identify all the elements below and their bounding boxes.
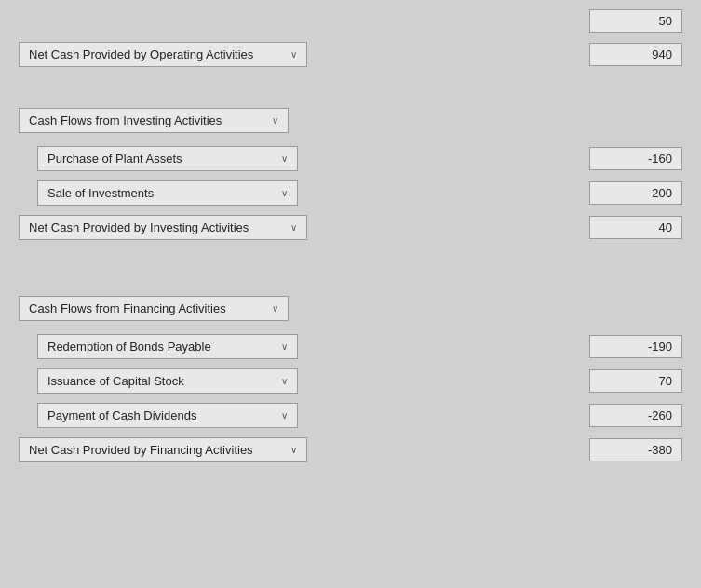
net-financing-value-box: -380 — [589, 438, 682, 461]
net-financing-chevron: ∨ — [290, 445, 297, 455]
net-operating-label: Net Cash Provided by Operating Activitie… — [29, 47, 253, 61]
payment-dividends-dropdown[interactable]: Payment of Cash Dividends ∨ — [37, 403, 298, 428]
payment-dividends-value-box: -260 — [589, 404, 682, 427]
issuance-capital-row: Issuance of Capital Stock ∨ 70 — [19, 368, 682, 394]
redemption-bonds-row: Redemption of Bonds Payable ∨ -190 — [19, 334, 682, 359]
net-investing-value-box: 40 — [589, 216, 682, 239]
issuance-capital-dropdown[interactable]: Issuance of Capital Stock ∨ — [37, 368, 298, 394]
sale-investments-label: Sale of Investments — [47, 186, 154, 200]
net-financing-value: -380 — [648, 443, 672, 457]
net-investing-label: Net Cash Provided by Investing Activitie… — [29, 220, 249, 234]
purchase-plant-row: Purchase of Plant Assets ∨ -160 — [19, 146, 682, 171]
net-investing-value: 40 — [659, 220, 672, 234]
net-financing-dropdown[interactable]: Net Cash Provided by Financing Activitie… — [19, 437, 307, 462]
payment-dividends-label: Payment of Cash Dividends — [47, 408, 196, 422]
investing-section-dropdown[interactable]: Cash Flows from Investing Activities ∨ — [19, 108, 289, 133]
top-value: 50 — [659, 14, 672, 28]
investing-section-row: Cash Flows from Investing Activities ∨ — [19, 108, 682, 133]
purchase-plant-dropdown[interactable]: Purchase of Plant Assets ∨ — [37, 146, 298, 171]
net-operating-row: Net Cash Provided by Operating Activitie… — [19, 42, 682, 67]
net-investing-chevron: ∨ — [290, 222, 297, 233]
issuance-capital-label: Issuance of Capital Stock — [47, 374, 184, 388]
payment-dividends-chevron: ∨ — [281, 410, 288, 421]
investing-section-chevron: ∨ — [272, 115, 278, 126]
net-financing-row: Net Cash Provided by Financing Activitie… — [19, 437, 682, 462]
net-investing-row: Net Cash Provided by Investing Activitie… — [19, 215, 682, 240]
issuance-capital-chevron: ∨ — [281, 376, 288, 386]
net-operating-dropdown[interactable]: Net Cash Provided by Operating Activitie… — [19, 42, 307, 67]
redemption-bonds-value-box: -190 — [589, 335, 682, 358]
investing-section-label: Cash Flows from Investing Activities — [29, 114, 222, 127]
sale-investments-dropdown[interactable]: Sale of Investments ∨ — [37, 180, 298, 206]
financing-section-chevron: ∨ — [272, 303, 278, 314]
purchase-plant-value: -160 — [648, 152, 672, 166]
sale-investments-value: 200 — [652, 186, 672, 200]
purchase-plant-label: Purchase of Plant Assets — [47, 152, 182, 166]
net-operating-value-box: 940 — [589, 43, 682, 66]
sale-investments-chevron: ∨ — [281, 188, 288, 198]
sale-investments-value-box: 200 — [589, 181, 682, 205]
net-investing-dropdown[interactable]: Net Cash Provided by Investing Activitie… — [19, 215, 307, 240]
issuance-capital-value-box: 70 — [589, 369, 682, 393]
sale-investments-row: Sale of Investments ∨ 200 — [19, 180, 682, 206]
issuance-capital-value: 70 — [659, 374, 672, 388]
redemption-bonds-label: Redemption of Bonds Payable — [47, 340, 211, 354]
payment-dividends-value: -260 — [648, 408, 672, 422]
purchase-plant-value-box: -160 — [589, 147, 682, 170]
redemption-bonds-chevron: ∨ — [281, 341, 288, 352]
financing-section-dropdown[interactable]: Cash Flows from Financing Activities ∨ — [19, 296, 289, 321]
financing-section-row: Cash Flows from Financing Activities ∨ — [19, 296, 682, 321]
net-operating-chevron: ∨ — [290, 49, 297, 60]
net-operating-value: 940 — [652, 47, 672, 61]
financing-section-label: Cash Flows from Financing Activities — [29, 301, 226, 315]
top-value-box: 50 — [589, 9, 682, 33]
redemption-bonds-value: -190 — [648, 340, 672, 354]
redemption-bonds-dropdown[interactable]: Redemption of Bonds Payable ∨ — [37, 334, 298, 359]
purchase-plant-chevron: ∨ — [281, 154, 288, 164]
payment-dividends-row: Payment of Cash Dividends ∨ -260 — [19, 403, 682, 428]
net-financing-label: Net Cash Provided by Financing Activitie… — [29, 443, 253, 457]
